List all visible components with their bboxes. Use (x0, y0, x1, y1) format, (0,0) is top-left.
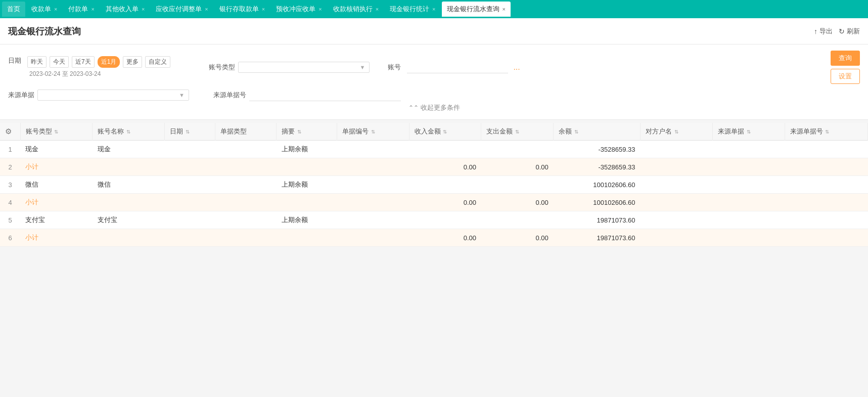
nav-tab-应收应付调整单[interactable]: 应收应付调整单× (151, 2, 213, 17)
date-btn-近1月[interactable]: 近1月 (98, 56, 120, 68)
col-header-account_type[interactable]: 账号类型 ⇅ (20, 123, 93, 141)
table-container: ⚙账号类型 ⇅账号名称 ⇅日期 ⇅单据类型摘要 ⇅单据编号 ⇅收入金额 ⇅支出金… (0, 123, 868, 247)
cell-expense (481, 141, 554, 158)
close-icon[interactable]: × (376, 6, 379, 12)
col-header-counterpart[interactable]: 对方户名 ⇅ (640, 123, 712, 141)
nav-home[interactable]: 首页 (2, 2, 25, 17)
collapse-icon: ⌃⌃ (408, 104, 419, 111)
cell-doc_type (215, 176, 277, 194)
nav-tab-银行存取款单[interactable]: 银行存取款单× (214, 2, 270, 17)
cell-source_doc (712, 141, 785, 158)
cell-summary (277, 229, 337, 247)
query-button[interactable]: 查询 (831, 51, 860, 66)
refresh-button[interactable]: ↻ 刷新 (839, 27, 860, 36)
close-icon[interactable]: × (502, 6, 506, 12)
dots-button[interactable]: ... (513, 63, 520, 72)
cell-doc_no (337, 194, 409, 211)
nav-tab-现金银行统计[interactable]: 现金银行统计× (385, 2, 440, 17)
cell-summary: 上期余额 (277, 176, 337, 194)
nav-tab-付款单[interactable]: 付款单× (63, 2, 99, 17)
chevron-down-icon: ▼ (359, 64, 365, 70)
nav-tab-收款核销执行[interactable]: 收款核销执行× (328, 2, 384, 17)
row-seq: 2 (0, 158, 20, 176)
collapse-bar[interactable]: ⌃⌃ 收起更多条件 (8, 101, 860, 115)
settings-button[interactable]: 设置 (831, 69, 860, 84)
filter-area: 日期 昨天今天近7天近1月更多自定义 2023-02-24 至 2023-03-… (0, 45, 868, 120)
cell-account_type: 小计 (20, 229, 93, 247)
row-seq: 1 (0, 141, 20, 158)
cell-income: 0.00 (409, 158, 481, 176)
source-doc-label: 来源单据 (8, 91, 34, 100)
cell-date (165, 176, 215, 194)
cell-account_type: 现金 (20, 141, 93, 158)
col-header-income[interactable]: 收入金额 ⇅ (409, 123, 481, 141)
home-tab-label: 首页 (7, 5, 20, 14)
account-filter: 账号 ... (388, 61, 520, 73)
close-icon[interactable]: × (54, 6, 57, 12)
nav-tab-收款单[interactable]: 收款单× (26, 2, 62, 17)
cell-summary (277, 158, 337, 176)
row-seq: 4 (0, 194, 20, 211)
cell-doc_type (215, 194, 277, 211)
close-icon[interactable]: × (91, 6, 94, 12)
sort-icon-account_name: ⇅ (125, 129, 130, 135)
cell-counterpart (640, 141, 712, 158)
top-nav: 首页 收款单×付款单×其他收入单×应收应付调整单×银行存取款单×预收冲应收单×收… (0, 0, 868, 18)
date-btn-昨天[interactable]: 昨天 (27, 56, 47, 68)
cell-expense: 0.00 (481, 194, 554, 211)
col-header-doc_no[interactable]: 单据编号 ⇅ (337, 123, 409, 141)
account-type-select[interactable]: ▼ (238, 62, 370, 73)
cell-counterpart (640, 158, 712, 176)
cell-source_doc_no (785, 211, 867, 229)
col-header-account_name[interactable]: 账号名称 ⇅ (93, 123, 165, 141)
cell-balance: 100102606.60 (554, 176, 641, 194)
cell-doc_type (215, 158, 277, 176)
close-icon[interactable]: × (142, 6, 145, 12)
nav-tab-预收冲应收单[interactable]: 预收冲应收单× (271, 2, 327, 17)
cell-counterpart (640, 176, 712, 194)
cell-account_name: 支付宝 (93, 211, 165, 229)
chevron-down-icon-2: ▼ (179, 92, 185, 98)
close-icon[interactable]: × (262, 6, 265, 12)
settings-gear-icon[interactable]: ⚙ (5, 127, 12, 136)
table-row: 5支付宝支付宝上期余额19871073.60 (0, 211, 868, 229)
export-button[interactable]: ↑ 导出 (814, 27, 833, 36)
account-input[interactable] (407, 61, 508, 73)
close-icon[interactable]: × (205, 6, 208, 12)
col-header-date[interactable]: 日期 ⇅ (165, 123, 215, 141)
close-icon[interactable]: × (432, 6, 435, 12)
data-table: ⚙账号类型 ⇅账号名称 ⇅日期 ⇅单据类型摘要 ⇅单据编号 ⇅收入金额 ⇅支出金… (0, 123, 868, 247)
cell-source_doc (712, 211, 785, 229)
col-header-source_doc[interactable]: 来源单据 ⇅ (712, 123, 785, 141)
filter-row-2: 来源单据 ▼ 来源单据号 (8, 89, 860, 101)
date-btn-近7天[interactable]: 近7天 (72, 56, 95, 68)
collapse-label: 收起更多条件 (421, 103, 460, 112)
cell-source_doc (712, 176, 785, 194)
source-doc-no-input[interactable] (249, 89, 401, 101)
cell-source_doc (712, 158, 785, 176)
col-header-summary[interactable]: 摘要 ⇅ (277, 123, 337, 141)
col-header-balance[interactable]: 余额 ⇅ (554, 123, 641, 141)
date-btn-自定义[interactable]: 自定义 (145, 56, 170, 68)
date-filter-group: 日期 昨天今天近7天近1月更多自定义 2023-02-24 至 2023-03-… (8, 56, 170, 78)
nav-tab-现金银行流水查询[interactable]: 现金银行流水查询× (442, 2, 511, 17)
col-header-source_doc_no[interactable]: 来源单据号 ⇅ (785, 123, 867, 141)
cell-account_type: 微信 (20, 176, 93, 194)
export-label: 导出 (819, 27, 833, 36)
close-icon[interactable]: × (318, 6, 322, 12)
col-header-expense[interactable]: 支出金额 ⇅ (481, 123, 554, 141)
cell-expense: 0.00 (481, 158, 554, 176)
date-btn-今天[interactable]: 今天 (50, 56, 69, 68)
nav-tab-label: 现金银行流水查询 (447, 5, 499, 14)
cell-income (409, 176, 481, 194)
source-doc-select[interactable]: ▼ (37, 90, 189, 101)
date-btn-更多[interactable]: 更多 (123, 56, 142, 68)
cell-expense: 0.00 (481, 229, 554, 247)
sort-icon-summary: ⇅ (296, 129, 301, 135)
cell-income (409, 211, 481, 229)
cell-account_type: 小计 (20, 194, 93, 211)
sort-icon-doc_no: ⇅ (370, 129, 375, 135)
cell-date (165, 211, 215, 229)
nav-tab-其他收入单[interactable]: 其他收入单× (101, 2, 150, 17)
nav-tab-label: 付款单 (68, 5, 88, 14)
